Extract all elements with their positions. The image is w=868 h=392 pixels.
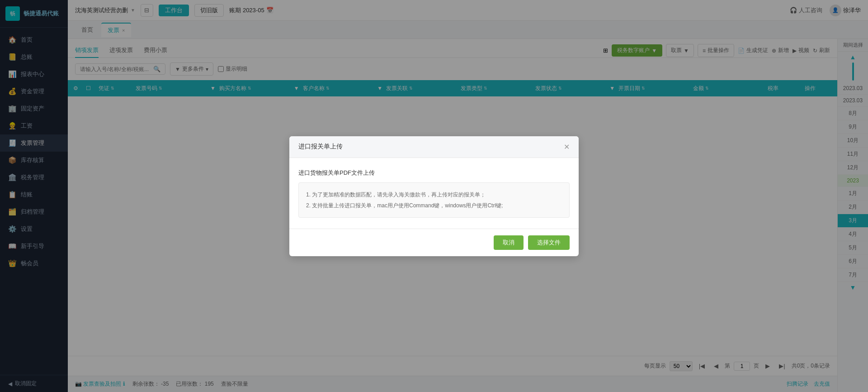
modal-footer: 取消 选择文件: [289, 229, 579, 256]
modal-title: 进口报关单上传: [298, 143, 343, 151]
modal-select-file-button[interactable]: 选择文件: [528, 235, 570, 250]
modal-cancel-button[interactable]: 取消: [494, 235, 524, 250]
modal-overlay: 进口报关单上传 ✕ 进口货物报关单PDF文件上传 1. 为了更加精准的数据匹配，…: [0, 0, 868, 392]
modal-section-title: 进口货物报关单PDF文件上传: [298, 169, 570, 177]
modal-info-item-1: 1. 为了更加精准的数据匹配，请先录入海关缴款书，再上传对应的报关单；: [306, 189, 562, 200]
modal-close-icon[interactable]: ✕: [564, 143, 570, 151]
modal-body: 进口货物报关单PDF文件上传 1. 为了更加精准的数据匹配，请先录入海关缴款书，…: [289, 158, 579, 229]
import-customs-modal: 进口报关单上传 ✕ 进口货物报关单PDF文件上传 1. 为了更加精准的数据匹配，…: [289, 136, 579, 256]
modal-info-box: 1. 为了更加精准的数据匹配，请先录入海关缴款书，再上传对应的报关单； 2. 支…: [298, 182, 570, 218]
modal-header: 进口报关单上传 ✕: [289, 136, 579, 158]
modal-info-item-2: 2. 支持批量上传进口报关单，mac用户使用Command键，windows用户…: [306, 200, 562, 211]
